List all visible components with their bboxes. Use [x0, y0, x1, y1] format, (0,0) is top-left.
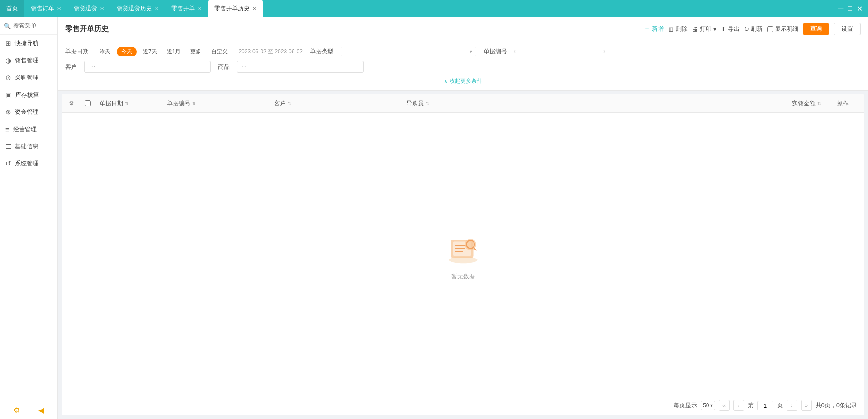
- print-dropdown-icon[interactable]: ▾: [713, 26, 716, 33]
- add-button[interactable]: ＋ 新增: [644, 25, 664, 33]
- sidebar-search[interactable]: 🔍 搜索采单: [0, 17, 57, 35]
- tab-retail-order-history[interactable]: 零售开单历史 ✕: [208, 0, 263, 17]
- customer-input[interactable]: ···: [84, 61, 211, 73]
- bill-type-select[interactable]: ▾: [341, 47, 476, 56]
- show-detail-checkbox[interactable]: 显示明细: [767, 25, 798, 33]
- collapse-chevron-icon: ∧: [444, 78, 448, 85]
- add-icon: ＋: [644, 25, 650, 33]
- col-settings[interactable]: ⚙: [65, 100, 81, 107]
- tab-home[interactable]: 首页: [0, 0, 24, 17]
- bill-no-input[interactable]: [514, 50, 605, 53]
- prev-page-button[interactable]: ‹: [733, 400, 744, 411]
- date-opt-more[interactable]: 更多: [187, 47, 205, 56]
- tab-retail-order-history-close[interactable]: ✕: [252, 6, 256, 12]
- delete-button[interactable]: 🗑 删除: [668, 25, 688, 33]
- collapse-button[interactable]: ∧ 收起更多条件: [444, 77, 482, 85]
- show-detail-label: 显示明细: [775, 25, 798, 33]
- tab-sales-order[interactable]: 销售订单 ✕: [24, 0, 67, 17]
- tab-sales-order-label: 销售订单: [31, 5, 54, 13]
- col-date-label: 单据日期: [100, 99, 123, 108]
- sidebar-item-inventory[interactable]: ▣ 库存核算: [0, 86, 57, 104]
- tab-retail-order[interactable]: 零售开单 ✕: [165, 0, 208, 17]
- col-guide[interactable]: 导购员 ⇅: [403, 99, 485, 108]
- page-label-post: 页: [777, 401, 783, 410]
- refresh-button[interactable]: ↻ 刷新: [744, 25, 763, 33]
- goods-input[interactable]: ···: [237, 61, 364, 73]
- filter-area: 单据日期 昨天 今天 近7天 近1月 更多 自定义 2023-06-02 至 2…: [58, 41, 868, 91]
- show-detail-input[interactable]: [767, 26, 773, 32]
- col-num[interactable]: 单据编号 ⇅: [163, 99, 270, 108]
- first-page-button[interactable]: «: [719, 400, 730, 411]
- tab-sales-order-close[interactable]: ✕: [57, 6, 61, 12]
- col-guide-sort-icon: ⇅: [426, 101, 429, 106]
- settings-label: 设置: [841, 25, 853, 33]
- tab-sales-return[interactable]: 销货退货 ✕: [67, 0, 110, 17]
- main-layout: 🔍 搜索采单 ⊞ 快捷导航 ◑ 销售管理 ⊙ 采购管理 ▣ 库存核算 ⊛ 资金管…: [0, 17, 868, 419]
- settings-icon[interactable]: ⚙: [14, 406, 20, 414]
- select-all-checkbox[interactable]: [85, 100, 91, 106]
- page-size-select[interactable]: 50 ▾: [701, 401, 715, 410]
- col-customer[interactable]: 客户 ⇅: [270, 99, 403, 108]
- next-page-button[interactable]: ›: [787, 400, 797, 411]
- page-size-value: 50: [703, 402, 709, 409]
- quick-nav-label: 快捷导航: [15, 39, 38, 47]
- finance-label: 资金管理: [15, 108, 38, 116]
- window-min-btn[interactable]: ─: [838, 5, 843, 13]
- empty-state: 暂无数据: [443, 227, 484, 281]
- date-opt-today[interactable]: 今天: [117, 47, 137, 56]
- add-label: 新增: [652, 25, 664, 33]
- system-label: 系统管理: [15, 160, 38, 168]
- sidebar-item-system[interactable]: ↺ 系统管理: [0, 155, 57, 172]
- tab-sales-return-label: 销货退货: [74, 5, 97, 13]
- sidebar-item-base-info[interactable]: ☰ 基础信息: [0, 138, 57, 155]
- sidebar: 🔍 搜索采单 ⊞ 快捷导航 ◑ 销售管理 ⊙ 采购管理 ▣ 库存核算 ⊛ 资金管…: [0, 17, 58, 419]
- print-button[interactable]: 🖨 打印 ▾: [692, 25, 716, 33]
- page-header: 零售开单历史 ＋ 新增 🗑 删除 🖨 打印 ▾ ⬆ 导出: [58, 17, 868, 41]
- date-opt-1month[interactable]: 近1月: [163, 47, 185, 56]
- settings-button[interactable]: 设置: [834, 23, 861, 35]
- collapse-label: 收起更多条件: [450, 77, 482, 85]
- query-button[interactable]: 查询: [803, 23, 829, 35]
- col-num-sort-icon: ⇅: [192, 101, 196, 106]
- finance-icon: ⊛: [5, 108, 11, 116]
- col-customer-label: 客户: [274, 99, 286, 108]
- window-close-btn[interactable]: ✕: [857, 5, 863, 13]
- tab-sales-return-history[interactable]: 销货退货历史 ✕: [110, 0, 165, 17]
- date-opt-7days[interactable]: 近7天: [139, 47, 161, 56]
- per-page-label: 每页显示: [674, 401, 697, 410]
- refresh-label: 刷新: [751, 25, 763, 33]
- date-filter-label: 单据日期: [65, 47, 89, 56]
- bill-no-label: 单据编号: [484, 47, 507, 56]
- purchase-icon: ⊙: [5, 74, 11, 82]
- empty-text: 暂无数据: [451, 273, 475, 281]
- window-max-btn[interactable]: □: [848, 5, 852, 13]
- window-controls: ─ □ ✕: [838, 5, 868, 13]
- export-icon: ⬆: [721, 26, 726, 33]
- col-amount[interactable]: 实销金额 ⇅: [742, 99, 825, 108]
- col-date[interactable]: 单据日期 ⇅: [96, 99, 163, 108]
- sidebar-item-finance[interactable]: ⊛ 资金管理: [0, 104, 57, 121]
- date-range: 2023-06-02 至 2023-06-02: [238, 48, 302, 56]
- col-guide-label: 导购员: [406, 99, 424, 108]
- sidebar-item-quick-nav[interactable]: ⊞ 快捷导航: [0, 35, 57, 52]
- sidebar-item-operations[interactable]: ≡ 经营管理: [0, 121, 57, 138]
- page-input[interactable]: [757, 401, 773, 410]
- table-area: ⚙ 单据日期 ⇅ 单据编号 ⇅ 客户 ⇅ 导购员 ⇅: [62, 94, 864, 415]
- customer-dots: ···: [89, 63, 95, 71]
- date-opt-custom[interactable]: 自定义: [208, 47, 231, 56]
- sidebar-item-purchase[interactable]: ⊙ 采购管理: [0, 69, 57, 86]
- page-size-dropdown-icon: ▾: [710, 402, 713, 409]
- last-page-button[interactable]: »: [801, 400, 812, 411]
- export-button[interactable]: ⬆ 导出: [721, 25, 740, 33]
- tab-sales-return-close[interactable]: ✕: [100, 6, 104, 12]
- tab-retail-order-close[interactable]: ✕: [198, 6, 202, 12]
- col-amount-label: 实销金额: [792, 99, 816, 108]
- system-icon: ↺: [5, 160, 11, 168]
- collapse-sidebar-icon[interactable]: ◀: [38, 406, 44, 414]
- sidebar-item-sales[interactable]: ◑ 销售管理: [0, 52, 57, 69]
- filter-row-2: 客户 ··· 商品 ···: [65, 61, 861, 73]
- col-checkbox[interactable]: [81, 100, 96, 106]
- col-customer-sort-icon: ⇅: [288, 101, 291, 106]
- date-opt-yesterday[interactable]: 昨天: [96, 47, 114, 56]
- tab-sales-return-history-close[interactable]: ✕: [155, 6, 159, 12]
